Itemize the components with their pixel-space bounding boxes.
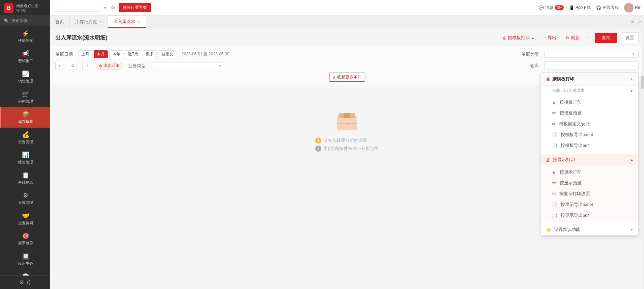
biz-type-select[interactable]: ▼	[151, 62, 225, 69]
sidebar-item-app-center[interactable]: 🔲 应用中心	[0, 249, 50, 269]
date-btn-more[interactable]: 更多	[143, 50, 157, 58]
sidebar-item-basic-info[interactable]: 📋 基础信息	[0, 168, 50, 188]
search-menu-label[interactable]: 搜索菜单	[11, 18, 27, 24]
dp-item-excel-icon: 📄	[552, 132, 557, 137]
tip-num-1: 1	[315, 137, 321, 143]
tab-batch-account[interactable]: 库存批次账 ✕	[70, 16, 108, 28]
message-item[interactable]: 💬 消息 99+	[539, 5, 564, 10]
sidebar-item-label: 新手引导	[18, 241, 33, 246]
print-template-btn[interactable]: 🖨 按模板打印 ▲	[499, 33, 537, 42]
search-dropdown-icon[interactable]: ▼	[103, 5, 107, 10]
dp-item-custom-design[interactable]: ✏ 模板自定义设计	[541, 119, 638, 129]
sidebar-item-enterprise-coop[interactable]: 🤝 企业协同	[0, 209, 50, 229]
dp-current-label: 当前：出入库流水	[552, 88, 584, 94]
dp-title-label: 按模板打印	[552, 76, 574, 82]
dp-display-pdf-icon: 📑	[552, 213, 557, 218]
warehouse-select[interactable]: ···	[544, 61, 639, 70]
filter-settings-btn[interactable]: ⚙	[69, 62, 77, 70]
query-button[interactable]: 查询	[595, 33, 617, 43]
sidebar-item-sales[interactable]: 📈 销售管理	[0, 67, 50, 87]
collapse-btn[interactable]: ∧ 收起更多条件	[329, 73, 365, 82]
dp-divider-2	[541, 223, 638, 223]
tab-batch-close[interactable]: ✕	[99, 20, 102, 24]
dp-item-preview[interactable]: 👁 按模板预览	[541, 108, 638, 119]
filter-add-btn[interactable]: +	[55, 62, 63, 70]
dp-item-pdf[interactable]: 📑 按模板导出pdf	[541, 140, 638, 151]
sidebar-item-inventory[interactable]: 📦 库存核算	[0, 107, 50, 128]
dp-display-print[interactable]: 🖨 按显示打印	[541, 167, 638, 178]
dp-set-default-title: ⭐ 设置默认功能	[546, 227, 580, 233]
sidebar-collapse-icon[interactable]: ⟨⟩	[27, 279, 31, 286]
dp-display-print-label: 按显示打印	[560, 169, 582, 175]
sidebar-item-finance[interactable]: 💰 资金管理	[0, 128, 50, 148]
tab-close-all-icon[interactable]: ✕	[631, 19, 635, 25]
tab-flow[interactable]: 出入库流水 ✕	[108, 16, 146, 28]
sidebar-item-marketing[interactable]: 📢 营销推广	[0, 47, 50, 67]
sidebar-logo: B 畅捷通好生意 标准版	[0, 0, 50, 15]
date-btn-custom[interactable]: 自定义	[158, 50, 176, 58]
tab-flow-close[interactable]: ✕	[137, 20, 140, 24]
topbar-settings-icon[interactable]: ⚙	[111, 4, 115, 11]
sidebar-item-enterprise-wechat[interactable]: 💬 企业微信	[0, 269, 50, 275]
sidebar-item-quick-nav[interactable]: ⚡ 快捷导航	[0, 26, 50, 47]
dp-printer-icon: 🖨	[546, 77, 550, 82]
date-range-display: 2023-06-01 至 2023-06-30	[182, 51, 229, 57]
message-label: 消息	[545, 5, 553, 10]
dp-item-pdf-label: 按模板导出pdf	[561, 142, 589, 149]
finance-icon: 💰	[22, 131, 29, 138]
dp-item-design-icon: ✏	[552, 122, 556, 127]
date-btn-this-month[interactable]: 本月	[94, 50, 108, 58]
app-download-icon: 📱	[569, 5, 574, 10]
tab-expand-icon[interactable]: ⤢	[637, 19, 641, 25]
sidebar-item-purchase[interactable]: 🛒 采购管理	[0, 87, 50, 107]
export-btn[interactable]: ↑ 导出	[541, 33, 559, 42]
date-btn-7days[interactable]: 近7天	[125, 50, 141, 58]
warehouse-more-icon[interactable]: ···	[631, 63, 635, 68]
settings-button[interactable]: 设置	[621, 32, 639, 43]
scrollbar-thumb[interactable]	[641, 76, 644, 89]
dp-divider	[541, 153, 638, 153]
sidebar-settings-icon[interactable]: ⚙	[19, 279, 24, 286]
dp-display-group-header[interactable]: 🖨 按显示打印 ▲	[541, 154, 638, 165]
dp-set-default[interactable]: ⭐ 设置默认功能 ▼	[541, 224, 638, 235]
dp-item-excel[interactable]: 📄 按模板导出excel	[541, 129, 638, 140]
dp-display-preview[interactable]: 👁 按显示预览	[541, 178, 638, 188]
trial-button[interactable]: 体验行业方案	[119, 3, 151, 12]
refresh-icon: ↻	[566, 35, 569, 41]
svg-text:~: ~	[346, 122, 348, 127]
topbar: ▼ ⚙ 体验行业方案 💬 消息 99+ 📱 App下载 🎧 在线客服	[50, 0, 644, 16]
refresh-btn[interactable]: ↻ 刷新	[563, 33, 582, 42]
app-download-item[interactable]: 📱 App下载	[569, 5, 591, 10]
dp-display-excel-icon: 📄	[552, 202, 557, 207]
doc-type-select[interactable]: ▼	[544, 51, 639, 58]
sidebar-nav: ⚡ 快捷导航 📢 营销推广 📈 销售管理 🛒 采购管理 📦 库存核算 💰	[0, 26, 50, 275]
app-download-label: App下载	[576, 5, 591, 10]
filter-collapse-left-btn[interactable]: 《	[82, 62, 90, 70]
user-avatar-item[interactable]: Rit	[624, 3, 640, 12]
sidebar-item-beginner[interactable]: 🎯 新手引导	[0, 229, 50, 249]
dp-expand-icon[interactable]: ▲	[630, 77, 634, 81]
date-btn-last-month[interactable]: 上月	[78, 50, 92, 58]
dp-display-settings[interactable]: ⚙ 按显示打印设置	[541, 188, 638, 199]
dp-display-print-icon: 🖨	[552, 170, 556, 175]
dp-current[interactable]: 当前：出入库流水 ▼	[541, 86, 638, 96]
dp-item-print[interactable]: 🖨 按模板打印	[541, 97, 638, 108]
export-label: 导出	[548, 35, 556, 41]
date-btn-this-year[interactable]: 本年	[109, 50, 123, 58]
quick-nav-icon: ⚡	[22, 30, 29, 37]
sidebar-item-operations[interactable]: 📊 经营管理	[0, 148, 50, 168]
beginner-icon: 🎯	[22, 232, 29, 240]
sidebar-item-system[interactable]: ⚙ 系统管理	[0, 188, 50, 209]
collapse-label: 收起更多条件	[337, 74, 361, 80]
dp-display-excel[interactable]: 📄 按显示导出excel	[541, 199, 638, 210]
filter-label-warehouse: 仓库	[530, 63, 539, 69]
more-options-icon[interactable]: ···	[586, 35, 591, 41]
dp-display-pdf[interactable]: 📑 按显示导出pdf	[541, 210, 638, 221]
online-service-item[interactable]: 🎧 在线客服	[596, 5, 619, 10]
user-name-label: Rit	[635, 5, 640, 10]
empty-icon: ~	[333, 106, 360, 133]
dp-item-print-label: 按模板打印	[560, 99, 582, 105]
search-input[interactable]	[54, 4, 101, 12]
purchase-icon: 🛒	[22, 90, 29, 98]
tab-home[interactable]: 首页	[50, 16, 70, 28]
